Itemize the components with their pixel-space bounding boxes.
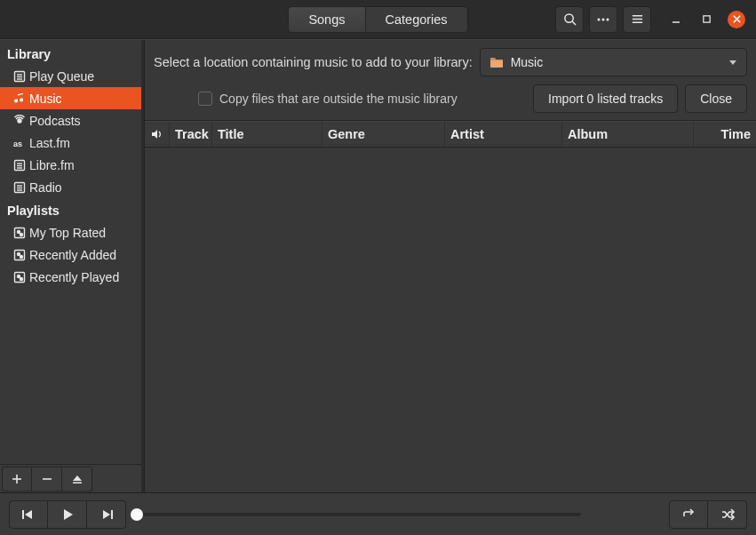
sidebar-item-lastfm[interactable]: asLast.fm <box>0 132 144 154</box>
sidebar-item-top-rated[interactable]: My Top Rated <box>0 221 144 244</box>
repeat-button[interactable] <box>669 500 708 529</box>
content-area: Select a location containing music to ad… <box>145 40 756 492</box>
sidebar-add-button[interactable] <box>2 467 32 491</box>
previous-button[interactable] <box>9 500 48 529</box>
sidebar-item-label: Recently Added <box>29 248 116 262</box>
window-close[interactable] <box>728 11 745 28</box>
queue-icon <box>13 70 26 83</box>
column-track[interactable]: Track <box>170 122 212 147</box>
view-switcher: Songs Categories <box>288 6 467 33</box>
svg-rect-46 <box>111 510 113 519</box>
list-icon <box>13 159 26 172</box>
sidebar-remove-button[interactable] <box>32 467 62 491</box>
sidebar-item-label: Play Queue <box>29 69 94 84</box>
dots-icon <box>596 12 610 27</box>
folder-name: Music <box>511 55 544 69</box>
import-panel: Select a location containing music to ad… <box>145 40 756 121</box>
svg-point-30 <box>18 252 20 255</box>
chevron-down-icon <box>728 58 737 67</box>
column-genre[interactable]: Genre <box>322 122 445 147</box>
window-maximize[interactable] <box>697 11 715 28</box>
folder-icon <box>489 56 504 68</box>
sidebar-item-recently-added[interactable]: Recently Added <box>0 244 144 266</box>
column-artist[interactable]: Artist <box>445 122 562 147</box>
play-button[interactable] <box>48 500 87 529</box>
svg-rect-39 <box>73 483 82 484</box>
lastfm-icon: as <box>13 137 26 149</box>
svg-marker-45 <box>103 510 110 519</box>
sidebar-item-label: Podcasts <box>29 114 81 128</box>
seek-slider[interactable] <box>137 513 581 516</box>
folder-chooser[interactable]: Music <box>480 48 747 76</box>
tab-songs[interactable]: Songs <box>288 6 365 33</box>
search-icon <box>563 12 577 26</box>
svg-marker-41 <box>152 130 157 139</box>
svg-point-27 <box>18 230 20 233</box>
main-area: LibraryPlay QueueMusicPodcastsasLast.fmL… <box>0 39 756 492</box>
sidebar-item-librefm[interactable]: Libre.fm <box>0 154 144 176</box>
minus-icon <box>41 473 53 485</box>
column-album[interactable]: Album <box>562 122 694 147</box>
sidebar-item-podcasts[interactable]: Podcasts <box>0 109 144 132</box>
tab-categories[interactable]: Categories <box>366 6 468 33</box>
hamburger-icon <box>631 12 644 26</box>
svg-rect-9 <box>703 16 709 22</box>
playbar <box>0 492 756 535</box>
window-controls <box>667 11 745 28</box>
sidebar-list: LibraryPlay QueueMusicPodcastsasLast.fmL… <box>0 40 144 464</box>
window-minimize[interactable] <box>667 11 685 28</box>
more-button[interactable] <box>589 6 617 33</box>
sidebar-item-label: Last.fm <box>29 136 70 150</box>
sidebar-item-recently-played[interactable]: Recently Played <box>0 266 144 288</box>
sidebar-eject-button[interactable] <box>62 467 92 491</box>
close-button[interactable]: Close <box>685 84 747 113</box>
skip-next-icon <box>99 508 114 521</box>
import-button[interactable]: Import 0 listed tracks <box>533 84 678 113</box>
sidebar-item-music[interactable]: Music <box>0 87 144 109</box>
copy-files-checkbox[interactable]: Copy files that are outside the music li… <box>198 92 458 106</box>
titlebar: Songs Categories <box>0 0 756 39</box>
smart-icon <box>13 227 26 239</box>
eject-icon <box>71 473 84 485</box>
table-body <box>145 148 756 492</box>
repeat-icon <box>681 508 696 521</box>
menu-button[interactable] <box>623 6 651 33</box>
svg-point-3 <box>602 18 605 20</box>
sidebar-toolbar <box>0 464 144 492</box>
import-prompt: Select a location containing music to ad… <box>154 55 473 69</box>
svg-marker-43 <box>25 510 32 519</box>
seek-thumb <box>131 508 143 521</box>
sidebar-item-label: Recently Played <box>29 270 119 284</box>
smart-icon <box>13 249 26 261</box>
svg-point-16 <box>18 119 21 123</box>
plus-icon <box>11 473 23 485</box>
sidebar-item-label: Radio <box>29 180 62 195</box>
sidebar-item-radio[interactable]: Radio <box>0 176 144 198</box>
svg-point-33 <box>18 275 20 277</box>
svg-point-28 <box>20 233 23 236</box>
svg-line-1 <box>572 21 576 25</box>
svg-point-34 <box>20 277 23 280</box>
svg-text:as: as <box>13 140 22 148</box>
sidebar: LibraryPlay QueueMusicPodcastsasLast.fmL… <box>0 40 145 492</box>
skip-previous-icon <box>21 508 36 521</box>
shuffle-icon <box>720 508 735 521</box>
minimize-icon <box>671 14 681 25</box>
column-title[interactable]: Title <box>212 122 322 147</box>
table-header: TrackTitleGenreArtistAlbumTime <box>145 121 756 148</box>
next-button[interactable] <box>87 500 126 529</box>
shuffle-button[interactable] <box>708 500 747 529</box>
column-playing[interactable] <box>145 122 170 147</box>
seek-track <box>137 513 581 516</box>
column-time[interactable]: Time <box>694 122 756 147</box>
svg-rect-42 <box>22 510 24 519</box>
svg-marker-40 <box>729 60 736 65</box>
smart-icon <box>13 271 26 283</box>
podcast-icon <box>13 115 26 127</box>
sidebar-item-label: Music <box>29 92 62 106</box>
music-icon <box>13 92 26 105</box>
sidebar-item-play-queue[interactable]: Play Queue <box>0 65 144 87</box>
search-button[interactable] <box>555 6 584 33</box>
sidebar-heading: Playlists <box>0 198 144 221</box>
svg-marker-38 <box>73 475 82 481</box>
